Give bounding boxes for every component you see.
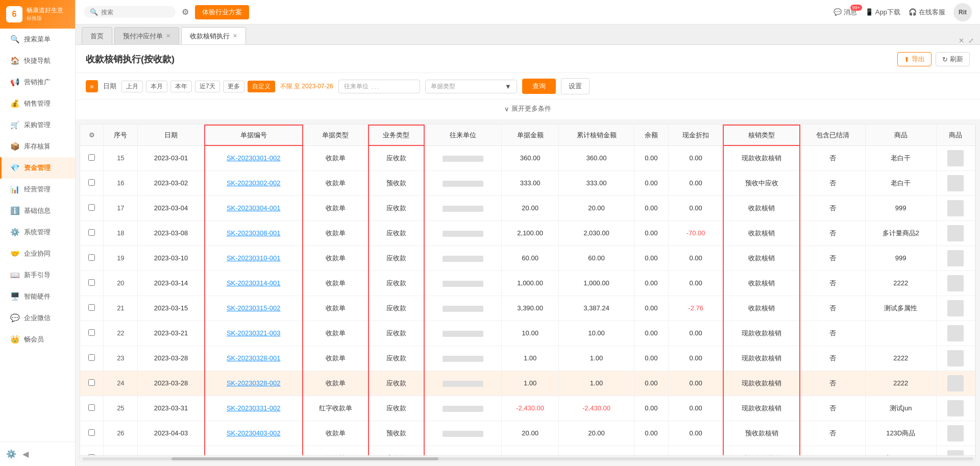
td-check[interactable] bbox=[80, 170, 104, 195]
query-button[interactable]: 查询 bbox=[522, 79, 556, 94]
collapse-icon[interactable]: ◀ bbox=[22, 449, 29, 459]
filter-bar: » 日期 上月 本月 本年 近7天 更多 自定义 不限 至 2023-07-26… bbox=[76, 73, 980, 100]
td-order-no[interactable]: SK-20230315-002 bbox=[205, 296, 303, 321]
sidebar-item-basic[interactable]: ℹ️ 基础信息 bbox=[0, 200, 75, 222]
sidebar-item-member[interactable]: 👑 畅会员 bbox=[0, 329, 75, 350]
td-order-no[interactable]: SK-20230302-002 bbox=[205, 170, 303, 195]
td-date: 2023-03-04 bbox=[138, 195, 205, 220]
user-avatar[interactable]: Rit bbox=[953, 3, 972, 21]
td-check[interactable] bbox=[80, 421, 104, 446]
date-this-month[interactable]: 本月 bbox=[146, 81, 167, 92]
td-write-off-type: 收款核销 bbox=[723, 195, 799, 220]
search-input[interactable] bbox=[101, 9, 162, 16]
th-order-type: 单据类型 bbox=[303, 125, 369, 145]
solution-button[interactable]: 体验行业方案 bbox=[195, 5, 249, 19]
sidebar-item-guide[interactable]: 📖 新手引导 bbox=[0, 264, 75, 286]
td-goods2 bbox=[936, 195, 975, 220]
td-order-no[interactable]: SK-20230328-001 bbox=[205, 346, 303, 371]
td-goods2 bbox=[936, 396, 975, 421]
td-order-no[interactable]: SK-20230408-001 bbox=[205, 446, 303, 455]
td-check[interactable] bbox=[80, 145, 104, 170]
horizontal-scrollbar[interactable] bbox=[80, 455, 975, 461]
td-order-no[interactable]: SK-20230403-002 bbox=[205, 421, 303, 446]
td-cash-discount: 0.00 bbox=[668, 346, 723, 371]
app-download-button[interactable]: 📱 App下载 bbox=[865, 8, 900, 17]
sidebar-item-system[interactable]: ⚙️ 系统管理 bbox=[0, 222, 75, 243]
date-filter-label: 日期 bbox=[103, 82, 116, 91]
settings-bottom-icon[interactable]: ⚙️ bbox=[6, 449, 16, 459]
td-write-off: 60.00 bbox=[559, 246, 634, 271]
sales-icon: 💰 bbox=[10, 99, 20, 108]
td-check[interactable] bbox=[80, 371, 104, 396]
td-check[interactable] bbox=[80, 296, 104, 321]
td-amount: 20.00 bbox=[502, 421, 559, 446]
td-order-no[interactable]: SK-20230321-003 bbox=[205, 321, 303, 346]
td-amount: -2,430.00 bbox=[502, 396, 559, 421]
td-check[interactable] bbox=[80, 346, 104, 371]
td-write-off-type: 现款收款核销 bbox=[723, 145, 799, 170]
td-settled: 否 bbox=[800, 170, 865, 195]
td-check[interactable] bbox=[80, 446, 104, 455]
td-no: 17 bbox=[104, 195, 138, 220]
td-check[interactable] bbox=[80, 396, 104, 421]
date-custom[interactable]: 自定义 bbox=[248, 81, 275, 92]
td-settled: 否 bbox=[800, 271, 865, 296]
tab-pre-payment[interactable]: 预付冲应付单 ✕ bbox=[114, 27, 179, 44]
sidebar-item-search[interactable]: 🔍 搜索菜单 bbox=[0, 29, 75, 50]
date-this-year[interactable]: 本年 bbox=[170, 81, 192, 92]
td-settled: 否 bbox=[800, 220, 865, 246]
topbar-search[interactable]: 🔍 bbox=[84, 6, 176, 18]
td-balance: 0.00 bbox=[634, 446, 668, 455]
sidebar-item-inventory[interactable]: 📦 库存核算 bbox=[0, 136, 75, 157]
sidebar-item-sales[interactable]: 💰 销售管理 bbox=[0, 93, 75, 114]
sidebar-item-operations[interactable]: 📊 经营管理 bbox=[0, 179, 75, 200]
expand-tab-icon[interactable]: ⤢ bbox=[968, 37, 974, 44]
td-check[interactable] bbox=[80, 246, 104, 271]
table-row: 15 2023-03-01 SK-20230301-002 收款单 应收款 36… bbox=[80, 145, 975, 170]
td-order-no[interactable]: SK-20230331-002 bbox=[205, 396, 303, 421]
date-last-month[interactable]: 上月 bbox=[121, 81, 143, 92]
gear-icon[interactable]: ⚙ bbox=[182, 7, 189, 17]
tab-close-icon[interactable]: ✕ bbox=[233, 33, 237, 39]
sidebar-item-purchase[interactable]: 🛒 采购管理 bbox=[0, 114, 75, 136]
td-order-no[interactable]: SK-20230328-002 bbox=[205, 371, 303, 396]
table-wrapper[interactable]: ⚙ 序号 日期 单据编号 单据类型 业务类型 往来单位 单据金额 累计核销金额 … bbox=[80, 125, 975, 455]
tab-home[interactable]: 首页 bbox=[82, 27, 112, 44]
order-type-filter[interactable]: 单据类型 ▼ bbox=[425, 80, 517, 93]
refresh-button[interactable]: ↻ 刷新 bbox=[936, 52, 970, 66]
sidebar-item-wechat[interactable]: 💬 企业微信 bbox=[0, 307, 75, 329]
setting-button[interactable]: 设置 bbox=[561, 78, 590, 94]
td-order-no[interactable]: SK-20230301-002 bbox=[205, 145, 303, 170]
th-gear[interactable]: ⚙ bbox=[80, 125, 104, 145]
tab-collection[interactable]: 收款核销执行 ✕ bbox=[181, 27, 246, 44]
sidebar-item-corp[interactable]: 🤝 企业协同 bbox=[0, 243, 75, 264]
export-button[interactable]: ⬆ 导出 bbox=[897, 52, 932, 66]
td-order-no[interactable]: SK-20230310-001 bbox=[205, 246, 303, 271]
td-write-off: 100.00 bbox=[559, 446, 634, 455]
td-order-no[interactable]: SK-20230314-001 bbox=[205, 271, 303, 296]
td-order-no[interactable]: SK-20230304-001 bbox=[205, 195, 303, 220]
th-cash-discount: 现金折扣 bbox=[668, 125, 723, 145]
close-tab-icon[interactable]: ✕ bbox=[959, 37, 964, 44]
sidebar-item-hardware[interactable]: 🖥️ 智能硬件 bbox=[0, 286, 75, 307]
td-date: 2023-03-28 bbox=[138, 346, 205, 371]
td-check[interactable] bbox=[80, 220, 104, 246]
online-service-button[interactable]: 🎧 在线客服 bbox=[909, 8, 945, 17]
td-order-no[interactable]: SK-20230308-001 bbox=[205, 220, 303, 246]
sidebar-item-finance[interactable]: 💎 资金管理 bbox=[0, 157, 75, 179]
filter-toggle-button[interactable]: » bbox=[86, 80, 98, 92]
tab-close-icon[interactable]: ✕ bbox=[166, 33, 170, 39]
customer-filter[interactable]: 往来单位 ... bbox=[338, 80, 420, 93]
expand-more-button[interactable]: ∨ 展开更多条件 bbox=[86, 102, 970, 115]
td-balance: 0.00 bbox=[634, 170, 668, 195]
date-more[interactable]: 更多 bbox=[223, 81, 244, 92]
td-check[interactable] bbox=[80, 271, 104, 296]
sidebar-item-marketing[interactable]: 📢 营销推广 bbox=[0, 71, 75, 93]
td-check[interactable] bbox=[80, 195, 104, 220]
sidebar-item-label: 营销推广 bbox=[24, 78, 51, 87]
th-goods1: 商品 bbox=[865, 125, 936, 145]
message-button[interactable]: 💬 消息 99+ bbox=[834, 8, 857, 17]
sidebar-item-quick-nav[interactable]: 🏠 快捷导航 bbox=[0, 50, 75, 71]
date-7days[interactable]: 近7天 bbox=[195, 81, 220, 92]
td-check[interactable] bbox=[80, 321, 104, 346]
